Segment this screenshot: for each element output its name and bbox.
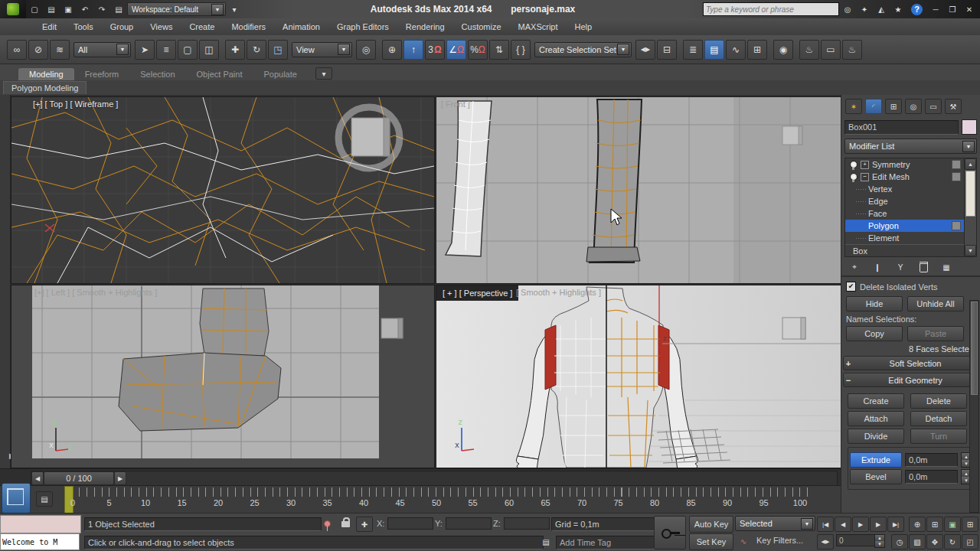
tab-utilities[interactable]: ⚒ [945,99,962,114]
graphite-ribbon-toggle[interactable]: ▤ [704,40,724,60]
frame-spinner[interactable]: ▲▼ [874,534,885,548]
menu-create[interactable]: Create [181,20,223,34]
stack-item-edit-mesh[interactable]: − Edit Mesh [845,171,964,183]
named-selection-set-dropdown[interactable]: Create Selection Set ▼ [534,42,632,57]
minimize-button[interactable]: ─ [928,2,943,16]
detach-button[interactable]: Detach [910,411,967,426]
viewport-bottom-right-canvas[interactable]: z z x [436,285,841,468]
set-key-button[interactable]: Set Key [689,533,733,550]
menu-tools[interactable]: Tools [65,20,102,34]
select-and-scale-button[interactable]: ◳ [268,40,288,60]
next-frame-button[interactable]: ▶ [870,517,887,532]
select-and-rotate-button[interactable]: ↻ [247,40,266,60]
menu-group[interactable]: Group [102,20,142,34]
stack-item-face[interactable]: Face [845,207,964,220]
extrude-value-field[interactable]: 0,0m [905,453,958,467]
use-pivot-point-center-button[interactable]: ◎ [356,40,376,60]
stack-item-symmetry[interactable]: + Symmetry [845,158,964,171]
stack-item-vertex[interactable]: Vertex [845,183,964,195]
time-slider-next-key[interactable]: ▶ [114,471,126,485]
maxscript-listener[interactable]: Welcome to M [0,533,80,550]
manage-layers-button[interactable]: ≣ [683,40,703,60]
delete-isolated-verts-row[interactable]: ✔ Delete Isolated Verts [846,280,975,293]
time-slider-handle[interactable]: 0 / 100 [44,471,114,485]
x-coordinate-field[interactable] [387,517,433,530]
selection-lock-toggle[interactable] [338,515,353,529]
viewport-bottom-left-label[interactable]: [+] [ Left ] [ Smooth + Highlights ] [34,288,157,297]
modifier-list-dropdown[interactable]: Modifier List ▼ [844,139,977,154]
zoom-all-button[interactable]: ⊞ [926,517,943,532]
curve-editor-button[interactable]: ∿ [726,40,746,60]
key-subset-arrow[interactable]: ▼ [801,518,813,530]
rendered-frame-window-button[interactable]: ▭ [821,40,841,60]
ribbon-tab-selection[interactable]: Selection [129,68,185,80]
viewport-bottom-left[interactable]: z x y [+] [ Left ] [ Smooth + Highlights… [11,285,435,468]
app-logo[interactable] [0,0,26,18]
tab-hierarchy[interactable]: ⊞ [885,99,902,114]
stack-scroll-down[interactable]: ▼ [965,245,976,256]
default-tangents-button[interactable]: ∿ [736,534,751,548]
window-crossing-toggle[interactable]: ◫ [199,40,219,60]
search-icon[interactable]: ◎ [840,2,855,16]
save-file-button[interactable]: ▣ [60,2,76,16]
make-unique-button[interactable]: Y [893,260,908,274]
ribbon-minimize-button[interactable]: ▾ [315,67,332,80]
menu-maxscript[interactable]: MAXScript [510,20,567,34]
redo-button[interactable]: ↷ [94,2,109,16]
key-subset-dropdown[interactable]: Selected ▼ [735,516,815,531]
attach-button[interactable]: Attach [848,411,904,426]
copy-button[interactable]: Copy [846,326,903,341]
search-input[interactable] [703,2,839,16]
viewport-top-left-canvas[interactable] [11,97,434,283]
viewport-bottom-left-canvas[interactable]: z x y [11,285,434,468]
new-file-button[interactable]: ▢ [27,2,42,16]
favorites-icon[interactable]: ★ [890,2,906,16]
zoom-extents-button[interactable]: ▣ [944,517,961,532]
render-production-button[interactable]: ♨ [842,40,862,60]
spinner-snap-toggle[interactable]: ⇅ [489,40,509,60]
menu-rendering[interactable]: Rendering [397,20,453,34]
go-to-start-button[interactable]: |◀ [817,517,834,532]
remove-modifier-button[interactable] [916,260,931,274]
stack-item-element[interactable]: Element [845,232,964,244]
workspace-flyout-icon[interactable]: ▾ [227,2,242,16]
menu-modifiers[interactable]: Modifiers [223,20,274,34]
close-button[interactable]: ✕ [962,2,977,16]
open-mini-curve-editor-button[interactable]: ▤ [36,491,53,507]
stack-scroll-thumb[interactable] [965,171,975,217]
maximize-viewport-toggle[interactable]: ◰ [962,534,978,549]
viewport-top-left-label[interactable]: [+] [ Top ] [ Wireframe ] [33,99,118,109]
edit-geometry-rollout[interactable]: −Edit Geometry [843,373,978,387]
unhide-all-button[interactable]: Unhide All [907,296,964,311]
align-button[interactable]: ⊟ [657,40,677,60]
ribbon-tab-populate[interactable]: Populate [253,68,307,80]
soft-selection-rollout[interactable]: +Soft Selection [843,356,978,370]
modifier-toggle[interactable] [952,172,961,181]
unlink-selection-button[interactable]: ⊘ [28,40,48,60]
ribbon-tab-modeling[interactable]: Modeling [18,68,74,80]
reference-coordinate-dropdown[interactable]: View ▼ [292,42,352,57]
zoom-region-button[interactable]: ▧ [909,534,926,549]
help-icon[interactable]: ? [911,4,923,15]
absolute-mode-toggle[interactable]: ✚ [356,517,373,532]
ribbon-tab-freeform[interactable]: Freeform [74,68,130,80]
modifier-list-arrow[interactable]: ▼ [962,141,975,152]
timeline-ruler[interactable]: 0510152025303540455055606570758085909510… [64,486,808,514]
viewport-bottom-right-shading-label[interactable]: [ Smooth + Highlights ] [516,288,601,297]
go-to-end-button[interactable]: ▶| [887,517,904,532]
restore-button[interactable]: ❐ [945,2,960,16]
undo-button[interactable]: ↶ [77,2,93,16]
track-bar[interactable]: ▤ 05101520253035404550556065707580859095… [0,485,841,514]
zoom-extents-all-button[interactable]: ⊞ [962,517,978,532]
add-time-tag[interactable]: Add Time Tag [556,536,657,549]
stack-scrollbar[interactable]: ▲ ▼ [964,158,976,256]
bevel-button[interactable]: Bevel [850,469,902,484]
sign-in-icon[interactable]: ✦ [857,2,872,16]
y-coordinate-field[interactable] [446,517,492,530]
z-coordinate-field[interactable] [504,517,550,530]
show-end-result-button[interactable]: ❙ [870,260,885,274]
time-slider-prev-key[interactable]: ◀ [31,471,44,485]
selection-filter-arrow[interactable]: ▼ [116,44,129,55]
communication-center-icon[interactable]: ◭ [874,2,889,16]
schematic-view-button[interactable]: ⊞ [747,40,767,60]
